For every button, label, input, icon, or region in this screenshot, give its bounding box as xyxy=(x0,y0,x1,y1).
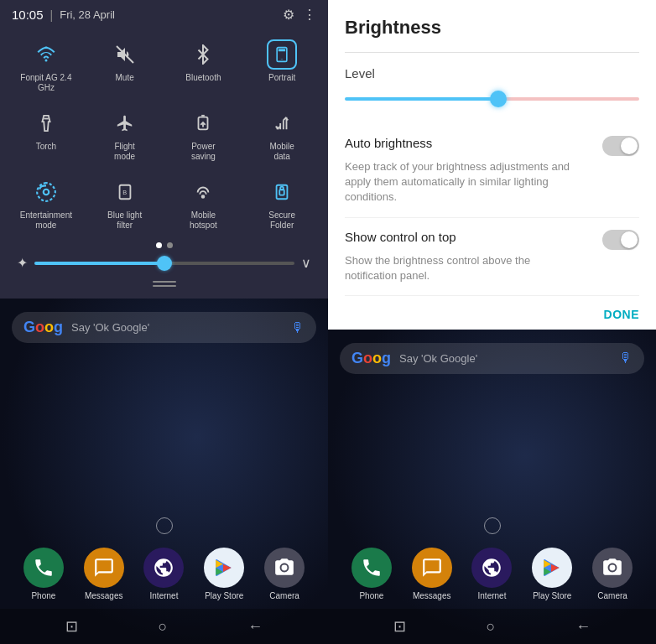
bluetooth-icon xyxy=(188,39,218,70)
qs-secure[interactable]: SecureFolder xyxy=(242,169,321,237)
playstore-label-left: Play Store xyxy=(205,591,243,600)
nav-back-right[interactable]: ← xyxy=(575,618,591,636)
dock-messages-right[interactable]: Messages xyxy=(412,548,452,600)
qs-hotspot[interactable]: Mobilehotspot xyxy=(164,169,243,237)
nav-recent-left[interactable]: ⊡ xyxy=(65,617,78,636)
qs-bluelight[interactable]: B Blue lightfilter xyxy=(86,169,164,237)
phone-label-left: Phone xyxy=(31,591,55,600)
qs-bluetooth[interactable]: Bluetooth xyxy=(164,31,243,100)
playstore-app-icon-right[interactable] xyxy=(532,548,572,588)
auto-brightness-toggle[interactable] xyxy=(602,136,639,156)
auto-brightness-label: Auto brightness xyxy=(345,136,432,150)
hotspot-icon xyxy=(188,177,218,207)
settings-icon[interactable]: ⚙ xyxy=(283,7,294,23)
phone-app-icon-left[interactable] xyxy=(23,548,64,588)
google-search-bar-right[interactable]: Goog Say 'Ok Google' 🎙 xyxy=(340,343,644,374)
hotspot-label: Mobilehotspot xyxy=(190,210,217,231)
done-row: DONE xyxy=(345,296,639,330)
dock-phone-left[interactable]: Phone xyxy=(23,548,64,600)
qs-flight[interactable]: Flightmode xyxy=(86,100,164,169)
camera-app-icon-left[interactable] xyxy=(264,548,305,588)
home-indicator-left xyxy=(0,502,328,541)
brightness-thumb[interactable] xyxy=(157,256,172,271)
svg-text:B: B xyxy=(122,189,127,196)
brightness-slider[interactable] xyxy=(34,256,294,271)
mute-icon xyxy=(110,39,140,70)
show-control-option: Show control on top Show the brightness … xyxy=(345,218,639,296)
dock-messages-left[interactable]: Messages xyxy=(84,548,124,600)
show-control-toggle[interactable] xyxy=(602,230,639,250)
dock-phone-right[interactable]: Phone xyxy=(351,548,392,600)
camera-app-icon-right[interactable] xyxy=(592,548,633,588)
secure-icon xyxy=(267,177,297,207)
flight-label: Flightmode xyxy=(114,142,135,162)
mic-icon-right[interactable]: 🎙 xyxy=(619,351,633,366)
svg-point-0 xyxy=(44,60,47,62)
more-icon[interactable]: ⋮ xyxy=(303,7,316,23)
qs-power[interactable]: Powersaving xyxy=(164,100,243,169)
google-logo-right: Goog xyxy=(351,350,391,367)
dock-camera-right[interactable]: Camera xyxy=(592,548,633,600)
show-control-desc: Show the brightness control above the no… xyxy=(345,253,580,283)
nav-home-left[interactable]: ○ xyxy=(159,618,168,636)
nav-back-left[interactable]: ← xyxy=(247,618,263,636)
dock-playstore-right[interactable]: Play Store xyxy=(532,548,572,600)
brightness-sun-icon: ✦ xyxy=(17,255,28,271)
qs-portrait[interactable]: Portrait xyxy=(242,31,321,100)
qs-entertainment[interactable]: Entertainmentmode xyxy=(7,169,86,237)
done-button[interactable]: DONE xyxy=(604,308,639,321)
drag-lines xyxy=(153,281,176,287)
nav-home-right[interactable]: ○ xyxy=(487,618,496,636)
internet-app-icon-left[interactable] xyxy=(143,548,184,588)
status-date: Fri, 28 April xyxy=(60,8,115,21)
nav-bar-right: ⊡ ○ ← xyxy=(328,609,656,644)
page-dots xyxy=(7,237,321,252)
nav-bar-left: ⊡ ○ ← xyxy=(0,609,328,644)
secure-label: SecureFolder xyxy=(268,210,295,231)
auto-brightness-desc: Keep track of your brightness adjustment… xyxy=(345,159,580,205)
qs-grid: Fonpit AG 2.4GHz Mute xyxy=(7,31,321,237)
dock-playstore-left[interactable]: Play Store xyxy=(204,548,244,600)
auto-brightness-option: Auto brightness Keep track of your brigh… xyxy=(345,124,639,218)
google-search-bar-left[interactable]: Goog Say 'Ok Google' 🎙 xyxy=(12,312,316,343)
show-control-title-row: Show control on top xyxy=(345,230,639,250)
bluelight-label: Blue lightfilter xyxy=(107,210,142,231)
svg-point-9 xyxy=(44,190,49,195)
flight-icon xyxy=(110,108,140,138)
messages-app-icon-left[interactable] xyxy=(84,548,124,588)
drag-handle xyxy=(7,278,321,292)
qs-mobile[interactable]: Mobiledata xyxy=(242,100,321,169)
dock-internet-left[interactable]: Internet xyxy=(143,548,184,600)
playstore-app-icon-left[interactable] xyxy=(204,548,244,588)
mic-icon-left[interactable]: 🎙 xyxy=(291,320,305,335)
bp-thumb[interactable] xyxy=(490,91,507,107)
torch-label: Torch xyxy=(36,142,56,152)
power-saving-icon xyxy=(188,108,218,138)
search-hint-right: Say 'Ok Google' xyxy=(399,352,611,365)
auto-brightness-title-row: Auto brightness xyxy=(345,136,639,156)
mute-label: Mute xyxy=(116,73,134,83)
internet-label-right: Internet xyxy=(478,591,507,600)
nav-recent-right[interactable]: ⊡ xyxy=(393,617,406,636)
dock-camera-left[interactable]: Camera xyxy=(264,548,305,600)
svg-rect-4 xyxy=(279,49,285,50)
camera-label-right: Camera xyxy=(597,591,627,600)
internet-app-icon-right[interactable] xyxy=(471,548,512,588)
messages-app-icon-right[interactable] xyxy=(412,548,452,588)
phone-app-icon-right[interactable] xyxy=(351,548,392,588)
brightness-level-slider[interactable] xyxy=(345,91,639,107)
qs-mute[interactable]: Mute xyxy=(86,31,164,100)
bluetooth-label: Bluetooth xyxy=(185,73,221,83)
home-circle-right[interactable] xyxy=(484,517,501,534)
quick-settings: Fonpit AG 2.4GHz Mute xyxy=(0,28,328,299)
google-logo-left: Goog xyxy=(23,319,63,336)
home-indicator-right xyxy=(328,502,656,541)
mobile-data-icon xyxy=(267,108,297,138)
left-panel: 10:05 | Fri, 28 April ⚙ ⋮ xyxy=(0,0,328,644)
qs-torch[interactable]: Torch xyxy=(7,100,86,169)
svg-point-15 xyxy=(280,187,284,190)
qs-wifi[interactable]: Fonpit AG 2.4GHz xyxy=(7,31,86,100)
dock-internet-right[interactable]: Internet xyxy=(471,548,512,600)
expand-icon[interactable]: ∨ xyxy=(301,255,311,271)
home-circle-left[interactable] xyxy=(156,517,173,534)
